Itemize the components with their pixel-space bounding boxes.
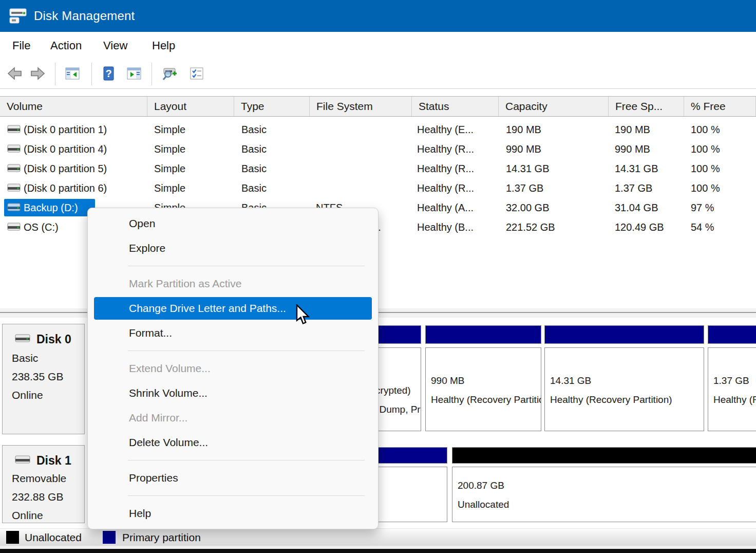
cell-status: Healthy (R... <box>417 139 474 159</box>
disk-icon <box>15 455 30 465</box>
partition-text-line: 1.37 GB <box>713 375 749 386</box>
column-header-file-system[interactable]: File System <box>310 97 412 116</box>
cell-free: 190 MB <box>615 120 650 139</box>
mouse-cursor <box>294 304 312 326</box>
context-menu-item-open[interactable]: Open <box>88 211 378 236</box>
table-row[interactable]: (Disk 0 partition 5)SimpleBasicHealthy (… <box>0 159 756 178</box>
partition-text-line: Healthy (Recovery Partition) <box>550 394 672 405</box>
column-header-capacity[interactable]: Capacity <box>499 97 609 116</box>
context-menu-item-change-drive-letter-and-paths---[interactable]: Change Drive Letter and Paths... <box>94 297 372 320</box>
volume-disk-icon <box>7 124 21 135</box>
cell-status: Healthy (E... <box>417 120 474 139</box>
disk-name: Disk 0 <box>36 333 71 346</box>
show-action-pane-icon[interactable] <box>126 66 142 81</box>
disk-label-panel-0[interactable]: Disk 0Basic238.35 GBOnline <box>2 324 85 434</box>
context-menu-item-properties[interactable]: Properties <box>88 466 378 490</box>
volume-disk-icon <box>7 183 21 193</box>
context-menu-item-explore[interactable]: Explore <box>88 236 378 261</box>
forward-arrow-icon[interactable] <box>30 66 45 81</box>
menu-separator <box>88 345 378 356</box>
cell-capacity: 190 MB <box>506 120 541 139</box>
cell-pct_free: 100 % <box>691 178 720 198</box>
partition-box[interactable]: 14.31 GBHealthy (Recovery Partition) <box>544 347 704 431</box>
legend-bar: UnallocatedPrimary partition <box>0 528 756 546</box>
toolbar-separator <box>152 63 152 85</box>
disk-kind: Basic <box>12 352 38 364</box>
menu-file[interactable]: File <box>11 37 31 54</box>
volume-disk-icon <box>7 222 21 232</box>
menu-separator <box>88 490 378 501</box>
partition-color-band <box>425 325 541 344</box>
toolbar: ? <box>0 59 756 89</box>
back-arrow-icon[interactable] <box>7 66 23 81</box>
table-row[interactable]: (Disk 0 partition 4)SimpleBasicHealthy (… <box>0 139 756 159</box>
cell-status: Healthy (B... <box>417 217 474 237</box>
menu-action[interactable]: Action <box>49 37 83 54</box>
cell-status: Healthy (R... <box>417 159 474 178</box>
column-header---free[interactable]: % Free <box>684 97 756 116</box>
show-console-tree-icon[interactable] <box>65 66 80 81</box>
menu-help[interactable]: Help <box>151 37 176 54</box>
cell-free: 14.31 GB <box>615 159 658 178</box>
partition-color-band <box>708 325 756 344</box>
legend-label: Unallocated <box>25 529 82 546</box>
disk-label-panel-1[interactable]: Disk 1Removable232.88 GBOnline <box>2 445 85 523</box>
legend-label: Primary partition <box>122 529 201 546</box>
volume-table-header: VolumeLayoutTypeFile SystemStatusCapacit… <box>0 96 756 117</box>
partition-box[interactable]: 990 MBHealthy (Recovery Partition) <box>425 347 541 431</box>
cell-volume: Backup (D:) <box>24 198 78 217</box>
partition-color-band <box>452 447 756 464</box>
context-menu-item-shrink-volume---[interactable]: Shrink Volume... <box>88 381 378 405</box>
volume-disk-icon <box>7 163 21 174</box>
column-header-free-sp---[interactable]: Free Sp... <box>609 97 684 116</box>
partition-text-line: 14.31 GB <box>550 375 591 386</box>
cell-volume: (Disk 0 partition 1) <box>24 120 107 139</box>
toolbar-separator <box>91 63 92 85</box>
partition-text-line: Healthy (Recovery Partition) <box>713 394 756 405</box>
column-header-volume[interactable]: Volume <box>0 97 147 116</box>
cell-pct_free: 100 % <box>691 120 720 139</box>
volume-context-menu: OpenExploreMark Partition as ActiveChang… <box>87 208 379 529</box>
disk-status: Online <box>12 509 43 522</box>
disk-size: 232.88 GB <box>12 491 63 503</box>
cell-volume: (Disk 0 partition 5) <box>24 159 107 178</box>
context-menu-item-format---[interactable]: Format... <box>88 321 378 345</box>
context-menu-item-delete-volume---[interactable]: Delete Volume... <box>88 430 378 455</box>
volume-disk-icon <box>7 144 21 154</box>
menu-separator <box>88 261 378 271</box>
cell-volume: (Disk 0 partition 4) <box>24 139 107 159</box>
cell-layout: Simple <box>154 139 185 159</box>
partition-box[interactable]: 1.37 GBHealthy (Recovery Partition) <box>708 347 756 431</box>
table-row[interactable]: (Disk 0 partition 6)SimpleBasicHealthy (… <box>0 178 756 198</box>
legend-swatch-primary-partition <box>103 531 116 544</box>
cell-volume: (Disk 0 partition 6) <box>24 178 107 198</box>
partition-color-band <box>544 325 704 344</box>
table-row[interactable]: (Disk 0 partition 1)SimpleBasicHealthy (… <box>0 120 756 139</box>
context-menu-item-help[interactable]: Help <box>88 501 378 526</box>
help-icon[interactable]: ? <box>101 66 116 81</box>
cell-capacity: 221.52 GB <box>506 217 555 237</box>
column-header-status[interactable]: Status <box>412 97 499 116</box>
column-header-type[interactable]: Type <box>234 97 310 116</box>
disk-management-app-icon <box>8 6 28 26</box>
cell-free: 31.04 GB <box>615 198 658 217</box>
checklist-icon[interactable] <box>189 66 204 81</box>
disk-kind: Removable <box>12 472 66 485</box>
cell-capacity: 14.31 GB <box>506 159 550 178</box>
column-header-layout[interactable]: Layout <box>147 97 234 116</box>
cell-layout: Simple <box>154 120 185 139</box>
cell-free: 1.37 GB <box>615 178 652 198</box>
cell-pct_free: 54 % <box>691 217 714 237</box>
cell-free: 120.49 GB <box>615 217 664 237</box>
disk-name: Disk 1 <box>36 454 71 468</box>
rescan-disks-icon[interactable] <box>161 66 177 81</box>
menu-separator <box>88 455 378 466</box>
cell-free: 990 MB <box>615 139 650 159</box>
disk-management-window: Disk Management FileActionViewHelp ? <box>0 0 756 553</box>
partition-box[interactable]: 200.87 GBUnallocated <box>452 467 756 522</box>
svg-text:?: ? <box>105 68 111 79</box>
cell-layout: Simple <box>154 178 185 198</box>
cell-type: Basic <box>241 159 267 178</box>
menu-view[interactable]: View <box>102 37 128 54</box>
partition-text-line: 990 MB <box>431 375 464 386</box>
